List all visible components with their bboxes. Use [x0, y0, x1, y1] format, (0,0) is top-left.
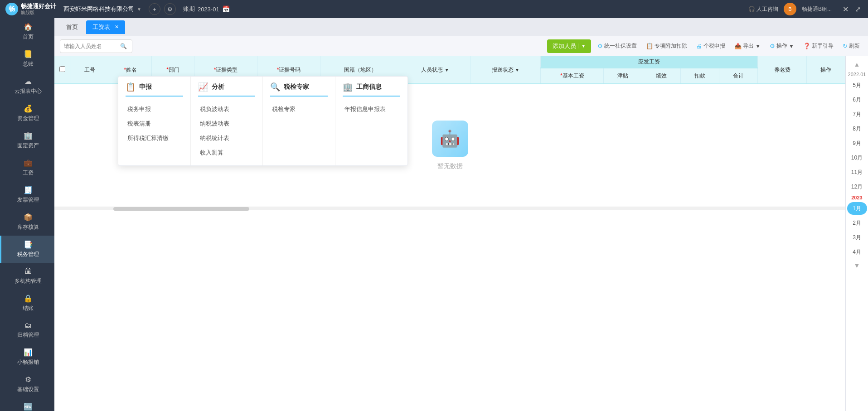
fixed-assets-icon: 🏢: [24, 131, 33, 140]
menu-tax-fluctuation[interactable]: 税负波动表: [198, 102, 256, 116]
calendar-down-button[interactable]: ▼: [851, 259, 863, 272]
sidebar-item-label: 发票管理: [17, 196, 39, 204]
menu-tax-fluctuation2[interactable]: 纳税波动表: [198, 116, 256, 131]
cal-month-10[interactable]: 10月: [847, 151, 867, 164]
sidebar-item-label: 税务管理: [17, 251, 39, 258]
sidebar-item-fixed-assets[interactable]: 🏢 固定资产: [0, 127, 54, 154]
sidebar-item-tax[interactable]: 📑 税务管理: [0, 236, 54, 263]
sidebar-item-basic-settings[interactable]: ⚙ 基础设置: [0, 371, 54, 398]
col-total: 合计: [719, 68, 758, 84]
cal-month-4[interactable]: 4月: [847, 246, 867, 258]
sidebar-item-multi-org[interactable]: 🏛 多机构管理: [0, 263, 54, 290]
logo-area: 畅 畅捷通好会计 旗舰版: [5, 3, 60, 15]
search-input-wrapper[interactable]: 🔍: [60, 39, 132, 53]
operations-icon: ⚙: [770, 43, 775, 49]
dropdown-panel[interactable]: 📋 申报 税务申报 税表清册 所得税汇算清缴 📈 分析: [118, 76, 408, 166]
dropdown-col-biz-info: 🏢 工商信息 年报信息申报表: [335, 77, 408, 165]
sidebar-item-ledger[interactable]: 📒 总账: [0, 45, 54, 73]
ledger-icon: 📒: [24, 50, 33, 58]
dropdown-col-declaration: 📋 申报 税务申报 税表清册 所得税汇算清缴: [118, 77, 191, 165]
cal-month-7[interactable]: 7月: [847, 108, 867, 121]
col-performance: 绩效: [642, 68, 681, 84]
tab-salary[interactable]: 工资表 ✕: [86, 20, 125, 34]
add-company-button[interactable]: +: [149, 3, 160, 15]
select-all-checkbox[interactable]: [59, 66, 65, 72]
dropdown-col-declaration-header: 📋 申报: [126, 82, 183, 97]
app-name: 畅捷通好会计: [21, 3, 56, 10]
operations-label: 操作: [776, 42, 787, 50]
social-insurance-button[interactable]: ⚙ 统一社保设置: [595, 39, 640, 53]
cal-month-6[interactable]: 6月: [847, 93, 867, 106]
company-selector[interactable]: 西安虾米网络科技有限公司 ▼: [63, 5, 141, 13]
tax-filing-button[interactable]: 🖨 个税申报: [693, 39, 728, 53]
sidebar-item-label: 结账: [23, 305, 34, 312]
add-btn-label: 添加人员: [553, 42, 576, 50]
add-btn-dropdown-arrow: ▼: [578, 44, 586, 48]
export-button[interactable]: 📤 导出 ▼: [732, 39, 763, 53]
menu-tax-declare[interactable]: 税务申报: [126, 102, 183, 116]
close-window-button[interactable]: ✕: [841, 5, 850, 14]
menu-income-preview[interactable]: 收入测算: [198, 145, 256, 160]
menu-tax-check[interactable]: 税检专家: [270, 102, 328, 116]
cal-month-12[interactable]: 12月: [847, 180, 867, 193]
tab-home[interactable]: 首页: [60, 20, 84, 34]
sidebar-item-report[interactable]: 📊 小畅报销: [0, 343, 54, 371]
menu-income-clear[interactable]: 所得税汇算清缴: [126, 131, 183, 145]
calendar-panel: ▲ 2022.01 5月 6月 7月 8月 9月 10月 11月 12月 202…: [845, 56, 868, 411]
col-checkbox: [54, 56, 71, 84]
cal-month-2[interactable]: 2月: [847, 217, 867, 229]
customer-service[interactable]: 🎧 人工咨询: [748, 5, 778, 13]
cal-year-2022: 2022.01: [848, 72, 866, 77]
menu-tax-table[interactable]: 税表清册: [126, 116, 183, 131]
search-icon: 🔍: [120, 43, 127, 49]
cal-month-9[interactable]: 9月: [847, 137, 867, 150]
sidebar-item-invoice[interactable]: 🧾 发票管理: [0, 181, 54, 208]
analysis-icon: 📈: [198, 82, 208, 92]
search-input[interactable]: [64, 43, 118, 49]
inventory-icon: 📦: [24, 213, 33, 222]
report-icon: 📊: [24, 348, 33, 357]
new-guide-button[interactable]: ❓ 新手引导: [800, 39, 836, 53]
cal-month-11[interactable]: 11月: [847, 166, 867, 179]
calendar-icon[interactable]: 📅: [222, 5, 230, 13]
special-deduct-label: 专项附加扣除: [655, 42, 687, 50]
col-base-salary: *基本工资: [541, 68, 604, 84]
menu-annual-report[interactable]: 年报信息申报表: [343, 102, 401, 116]
tab-home-label: 首页: [66, 23, 78, 31]
export-icon: 📤: [734, 43, 742, 49]
table-container: 工号 *姓名 *部门 *证据类型 *证据号码 国籍（地区） 人员状态 ▼ 报送状…: [54, 56, 845, 411]
declaration-icon: 📋: [126, 82, 136, 92]
dropdown-col-analysis: 📈 分析 税负波动表 纳税波动表 纳税统计表 收入测算: [191, 77, 263, 165]
new-guide-label: 新手引导: [812, 42, 834, 50]
cal-month-5[interactable]: 5月: [847, 79, 867, 92]
cal-month-3[interactable]: 3月: [847, 231, 867, 244]
sidebar-item-salary[interactable]: 💼 工资: [0, 154, 54, 181]
top-right: 🎧 人工咨询 B 畅捷通B组... ✕ ⤢: [748, 3, 863, 15]
calendar-up-button[interactable]: ▲: [851, 58, 863, 71]
menu-tax-stats[interactable]: 纳税统计表: [198, 131, 256, 145]
add-person-button[interactable]: 添加人员 ▼: [547, 39, 591, 53]
settings-button[interactable]: ⚙: [164, 3, 176, 15]
empty-text: 暂无数据: [437, 162, 463, 170]
sidebar-item-home[interactable]: 🏠 首页: [0, 18, 54, 45]
maximize-window-button[interactable]: ⤢: [853, 5, 863, 14]
chevron-down-icon: ▼: [137, 7, 141, 12]
sidebar-item-fund[interactable]: 💰 资金管理: [0, 100, 54, 127]
cal-month-8[interactable]: 8月: [847, 122, 867, 135]
refresh-button[interactable]: ↻ 刷新: [840, 39, 863, 53]
special-deduct-icon: 📋: [646, 43, 653, 49]
scroll-thumb[interactable]: [113, 207, 249, 211]
sidebar-item-new-guide[interactable]: 🆕 新手引导: [0, 398, 54, 411]
sidebar-item-archive[interactable]: 🗂 归档管理: [0, 317, 54, 343]
sidebar-item-inventory[interactable]: 📦 库存核算: [0, 208, 54, 236]
operations-button[interactable]: ⚙ 操作 ▼: [767, 39, 797, 53]
sidebar-item-closing[interactable]: 🔒 结账: [0, 290, 54, 317]
horizontal-scrollbar[interactable]: [54, 207, 845, 210]
sidebar-item-cloud-report[interactable]: ☁ 云报表中心: [0, 73, 54, 100]
biz-info-title: 工商信息: [356, 83, 382, 91]
special-deduct-button[interactable]: 📋 专项附加扣除: [643, 39, 690, 53]
tab-close-icon[interactable]: ✕: [115, 24, 119, 30]
cal-month-1-active[interactable]: 1月: [847, 202, 867, 215]
logo-text: 畅捷通好会计 旗舰版: [21, 3, 56, 15]
period-label: 账期: [183, 5, 195, 13]
